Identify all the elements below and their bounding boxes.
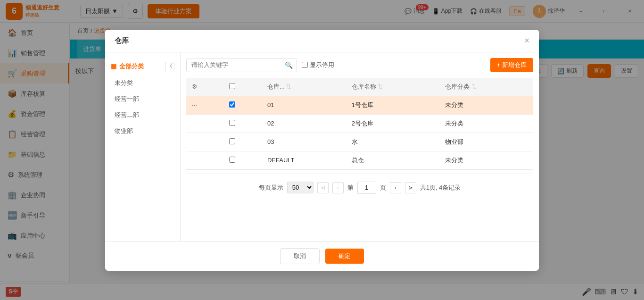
row-category-2: 未分类 <box>439 114 533 133</box>
warehouse-dialog: 仓库 × ▦ 全部分类 《 未分类 经营一部 <box>105 30 539 271</box>
sort-icon-category: ⇅ <box>471 83 477 90</box>
table-row[interactable]: ··· 01 1号仓库 未分类 <box>186 96 533 114</box>
table-row[interactable]: 03 水 物业部 <box>186 133 533 151</box>
row-settings-2[interactable] <box>186 114 223 133</box>
table-header: ⚙ 仓库... ⇅ 仓库名称 ⇅ 仓库分类 ⇅ <box>186 78 533 96</box>
row-num-1: 01 <box>262 96 346 114</box>
row-name-2: 2号仓库 <box>346 114 440 133</box>
last-page-button[interactable]: ⊳ <box>405 182 416 193</box>
all-categories-item[interactable]: ▦ 全部分类 <box>111 62 144 71</box>
table-row[interactable]: 02 2号仓库 未分类 <box>186 114 533 133</box>
row-settings-4[interactable] <box>186 151 223 169</box>
search-box: 🔍 <box>186 58 297 72</box>
col-name: 仓库名称 ⇅ <box>346 78 440 96</box>
total-info: 共1页, 4条记录 <box>420 183 461 192</box>
category-item-property[interactable]: 物业部 <box>105 123 180 139</box>
row-checkbox-4[interactable] <box>223 151 262 169</box>
col-checkbox[interactable] <box>223 78 262 96</box>
row-category-3: 物业部 <box>439 133 533 151</box>
confirm-button[interactable]: 确定 <box>325 249 364 264</box>
cancel-button[interactable]: 取消 <box>280 248 320 264</box>
row-settings-3[interactable] <box>186 133 223 151</box>
row-name-3: 水 <box>346 133 440 151</box>
show-disabled-input[interactable] <box>302 62 308 68</box>
all-categories-label: 全部分类 <box>119 62 144 71</box>
per-page-select[interactable]: 50 10 20 100 <box>287 182 314 193</box>
row-checkbox-2[interactable] <box>223 114 262 133</box>
search-input[interactable] <box>187 58 281 71</box>
page-number-input[interactable] <box>357 182 376 194</box>
sort-icon-name: ⇅ <box>378 83 383 90</box>
dialog-close-button[interactable]: × <box>524 36 529 45</box>
row-category-4: 未分类 <box>439 151 533 169</box>
collapse-button[interactable]: 《 <box>165 62 174 71</box>
dialog-toolbar: 🔍 显示停用 + 新增仓库 <box>186 58 533 72</box>
col-settings[interactable]: ⚙ <box>186 78 223 96</box>
row-num-4: DEFAULT <box>262 151 346 169</box>
search-button[interactable]: 🔍 <box>281 58 297 72</box>
prev-page-button[interactable]: ‹ <box>332 182 344 193</box>
page-word: 第 <box>347 183 354 192</box>
pagination: 每页显示 50 10 20 100 ⊲ ‹ 第 页 › ⊳ 共1页, 4条记录 <box>186 174 533 201</box>
overlay: 仓库 × ▦ 全部分类 《 未分类 经营一部 <box>0 0 644 300</box>
dialog-footer: 取消 确定 <box>105 241 539 271</box>
add-warehouse-button[interactable]: + 新增仓库 <box>490 58 533 72</box>
grid-icon: ▦ <box>111 63 116 70</box>
page-label: 页 <box>380 183 386 192</box>
col-category: 仓库分类 ⇅ <box>439 78 533 96</box>
dialog-main-content: 🔍 显示停用 + 新增仓库 ⚙ 仓库. <box>181 52 539 241</box>
row-checkbox-3[interactable] <box>223 133 262 151</box>
row-num-3: 03 <box>262 133 346 151</box>
category-item-ops1[interactable]: 经营一部 <box>105 91 180 107</box>
row-name-1: 1号仓库 <box>346 96 440 114</box>
first-page-button[interactable]: ⊲ <box>317 182 329 193</box>
sort-icon-code: ⇅ <box>286 83 291 90</box>
col-code: 仓库... ⇅ <box>262 78 346 96</box>
show-disabled-checkbox[interactable]: 显示停用 <box>302 61 334 69</box>
next-page-button[interactable]: › <box>390 182 401 193</box>
dialog-body: ▦ 全部分类 《 未分类 经营一部 经营二部 物业部 <box>105 52 539 241</box>
dialog-header: 仓库 × <box>105 30 539 52</box>
per-page-label: 每页显示 <box>259 183 283 192</box>
category-item-ops2[interactable]: 经营二部 <box>105 107 180 123</box>
row-num-2: 02 <box>262 114 346 133</box>
row-name-4: 总仓 <box>346 151 440 169</box>
category-sidebar: ▦ 全部分类 《 未分类 经营一部 经营二部 物业部 <box>105 52 181 241</box>
warehouse-table: ⚙ 仓库... ⇅ 仓库名称 ⇅ 仓库分类 ⇅ <box>186 78 533 170</box>
row-category-1: 未分类 <box>439 96 533 114</box>
category-item-unclassified[interactable]: 未分类 <box>105 75 180 91</box>
dialog-title: 仓库 <box>115 36 129 45</box>
row-checkbox-1[interactable] <box>223 96 262 114</box>
row-settings[interactable]: ··· <box>186 96 223 114</box>
category-header: ▦ 全部分类 《 <box>105 58 180 75</box>
select-all-checkbox[interactable] <box>229 83 235 89</box>
table-row[interactable]: DEFAULT 总仓 未分类 <box>186 151 533 169</box>
table-body: ··· 01 1号仓库 未分类 02 2号仓库 未分类 <box>186 96 533 169</box>
